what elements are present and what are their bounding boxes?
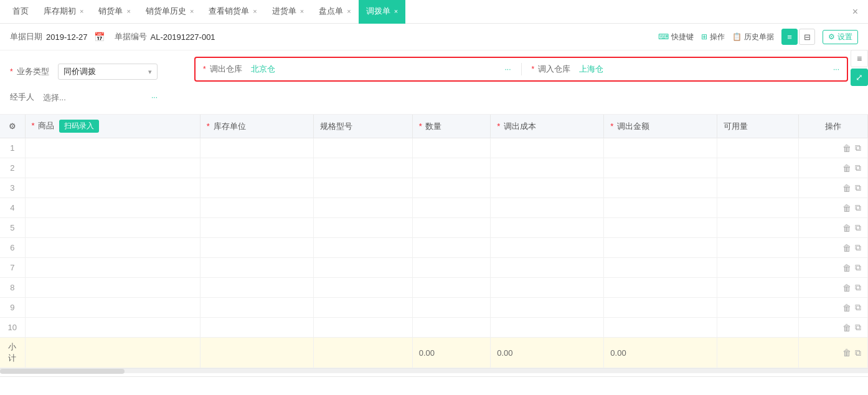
warehouse-in-more[interactable]: ··· — [833, 65, 839, 74]
cell-spec[interactable] — [313, 318, 412, 338]
handler-input[interactable] — [43, 93, 148, 102]
cell-qty[interactable] — [412, 138, 491, 158]
tab-inventory-init-close[interactable]: × — [80, 7, 83, 15]
copy-icon[interactable]: ⧉ — [855, 183, 861, 193]
cell-qty[interactable] — [412, 218, 491, 238]
scan-button[interactable]: 扫码录入 — [59, 120, 99, 133]
shortcut-btn[interactable]: ⌨ 快捷键 — [658, 32, 694, 42]
business-type-select[interactable]: 同价调拨 ▾ — [58, 64, 158, 80]
delete-icon[interactable]: 🗑 — [842, 203, 851, 213]
copy-icon[interactable]: ⧉ — [855, 322, 861, 333]
copy-icon[interactable]: ⧉ — [855, 222, 861, 233]
cell-product[interactable] — [25, 238, 200, 258]
cell-unit[interactable] — [200, 178, 313, 198]
cell-cost[interactable] — [491, 298, 604, 318]
cell-cost[interactable] — [491, 178, 604, 198]
cell-available[interactable] — [717, 278, 799, 298]
horizontal-scrollbar[interactable] — [0, 368, 868, 373]
cell-qty[interactable] — [412, 158, 491, 178]
close-all-tabs[interactable]: × — [847, 6, 863, 17]
cell-amount[interactable] — [604, 158, 717, 178]
cell-amount[interactable] — [604, 218, 717, 238]
cell-product[interactable] — [25, 158, 200, 178]
cell-available[interactable] — [717, 218, 799, 238]
cell-spec[interactable] — [313, 218, 412, 238]
cell-cost[interactable] — [491, 138, 604, 158]
tab-sales-order[interactable]: 销货单 × — [91, 0, 138, 24]
copy-icon[interactable]: ⧉ — [855, 242, 861, 253]
cell-product[interactable] — [25, 218, 200, 238]
delete-icon[interactable]: 🗑 — [842, 348, 851, 358]
grid-view-btn[interactable]: ⊟ — [799, 29, 815, 45]
cell-cost[interactable] — [491, 218, 604, 238]
history-btn[interactable]: 📋 历史单据 — [732, 32, 774, 42]
tab-home[interactable]: 首页 — [5, 0, 36, 24]
cell-product[interactable] — [25, 278, 200, 298]
delete-icon[interactable]: 🗑 — [842, 143, 851, 153]
delete-icon[interactable]: 🗑 — [842, 243, 851, 253]
warehouse-out-more[interactable]: ··· — [504, 65, 511, 74]
cell-product[interactable] — [25, 138, 200, 158]
cell-product[interactable] — [25, 298, 200, 318]
cell-amount[interactable] — [604, 258, 717, 278]
cell-available[interactable] — [717, 138, 799, 158]
tab-inventory-init[interactable]: 库存期初 × — [36, 0, 91, 24]
cell-spec[interactable] — [313, 138, 412, 158]
cell-qty[interactable] — [412, 198, 491, 218]
cell-unit[interactable] — [200, 298, 313, 318]
cell-amount[interactable] — [604, 238, 717, 258]
tab-transfer-order[interactable]: 调拨单 × — [359, 0, 405, 24]
tab-purchase-order-close[interactable]: × — [300, 7, 304, 15]
sidebar-list-icon[interactable]: ≡ — [851, 50, 868, 67]
cell-cost[interactable] — [491, 278, 604, 298]
operations-btn[interactable]: ⊞ 操作 — [701, 32, 725, 42]
cell-cost[interactable] — [491, 238, 604, 258]
cell-available[interactable] — [717, 318, 799, 338]
cell-product[interactable] — [25, 258, 200, 278]
copy-icon[interactable]: ⧉ — [855, 143, 861, 153]
cell-available[interactable] — [717, 178, 799, 198]
copy-icon[interactable]: ⧉ — [855, 163, 861, 173]
delete-icon[interactable]: 🗑 — [842, 223, 851, 233]
sidebar-expand-icon[interactable]: ⤢ — [851, 69, 868, 86]
cell-cost[interactable] — [491, 258, 604, 278]
cell-spec[interactable] — [313, 298, 412, 318]
cell-unit[interactable] — [200, 158, 313, 178]
delete-icon[interactable]: 🗑 — [842, 263, 851, 273]
cell-amount[interactable] — [604, 138, 717, 158]
tab-view-sales-close[interactable]: × — [253, 7, 257, 15]
cell-spec[interactable] — [313, 258, 412, 278]
delete-icon[interactable]: 🗑 — [842, 323, 851, 333]
cell-amount[interactable] — [604, 278, 717, 298]
copy-icon[interactable]: ⧉ — [855, 302, 861, 313]
tab-view-sales[interactable]: 查看销货单 × — [201, 0, 264, 24]
cell-amount[interactable] — [604, 318, 717, 338]
cell-spec[interactable] — [313, 278, 412, 298]
cell-unit[interactable] — [200, 218, 313, 238]
copy-icon[interactable]: ⧉ — [855, 262, 861, 273]
cell-unit[interactable] — [200, 318, 313, 338]
cell-available[interactable] — [717, 298, 799, 318]
tab-purchase-order[interactable]: 进货单 × — [265, 0, 311, 24]
cell-spec[interactable] — [313, 238, 412, 258]
handler-more[interactable]: ··· — [151, 93, 158, 102]
copy-icon[interactable]: ⧉ — [855, 282, 861, 293]
cell-product[interactable] — [25, 198, 200, 218]
cell-spec[interactable] — [313, 178, 412, 198]
cell-unit[interactable] — [200, 198, 313, 218]
cell-available[interactable] — [717, 158, 799, 178]
tab-sales-history-close[interactable]: × — [190, 7, 194, 15]
cell-cost[interactable] — [491, 158, 604, 178]
col-settings[interactable]: ⚙ — [0, 115, 25, 138]
cell-available[interactable] — [717, 198, 799, 218]
tab-sales-history[interactable]: 销货单历史 × — [138, 0, 201, 24]
cell-spec[interactable] — [313, 158, 412, 178]
cell-cost[interactable] — [491, 318, 604, 338]
cell-qty[interactable] — [412, 238, 491, 258]
tab-inventory-count-close[interactable]: × — [347, 7, 351, 15]
cell-unit[interactable] — [200, 238, 313, 258]
tab-sales-order-close[interactable]: × — [126, 7, 130, 15]
delete-icon[interactable]: 🗑 — [842, 283, 851, 293]
cell-amount[interactable] — [604, 298, 717, 318]
cell-qty[interactable] — [412, 298, 491, 318]
